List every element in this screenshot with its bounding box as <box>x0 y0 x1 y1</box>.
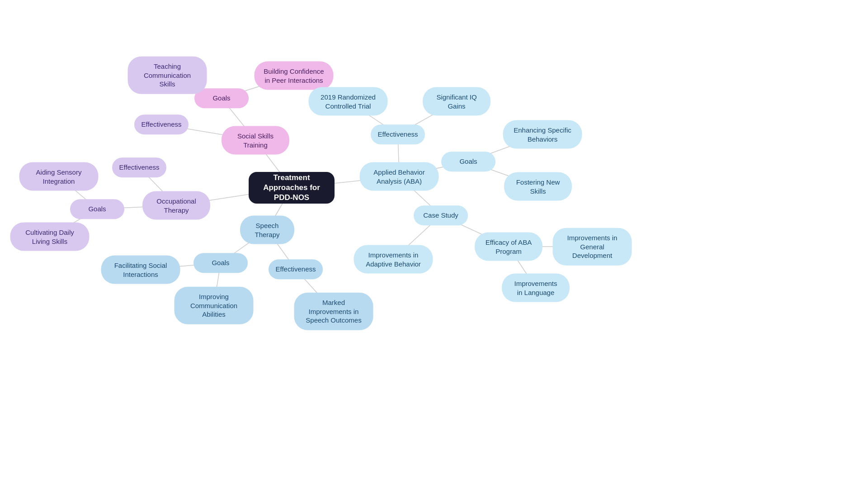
node-improvements-adaptive[interactable]: Improvements in Adaptive Behavior <box>354 245 433 274</box>
node-social-skills[interactable]: Social Skills Training <box>222 126 289 155</box>
node-occ-therapy[interactable]: Occupational Therapy <box>142 191 210 220</box>
node-case-study[interactable]: Case Study <box>414 205 468 225</box>
node-improvements-general[interactable]: Improvements in General Development <box>553 228 632 266</box>
node-goals-speech[interactable]: Goals <box>193 253 248 273</box>
node-effectiveness-occ[interactable]: Effectiveness <box>112 157 166 177</box>
node-goals-aba[interactable]: Goals <box>441 152 495 171</box>
node-building-confidence[interactable]: Building Confidence in Peer Interactions <box>255 62 334 90</box>
node-goals-social[interactable]: Goals <box>194 88 249 108</box>
node-aba[interactable]: Applied Behavior Analysis (ABA) <box>360 162 439 191</box>
node-facilitating-social[interactable]: Facilitating Social Interactions <box>101 256 180 284</box>
node-marked-improvements[interactable]: Marked Improvements in Speech Outcomes <box>294 293 373 330</box>
node-effectiveness-aba[interactable]: Effectiveness <box>371 124 425 144</box>
node-goals-occ[interactable]: Goals <box>70 199 124 219</box>
node-speech-therapy[interactable]: Speech Therapy <box>240 216 294 244</box>
center-node[interactable]: Treatment Approaches for PDD-NOS <box>249 172 335 204</box>
node-rct-2019[interactable]: 2019 Randomized Controlled Trial <box>309 87 388 116</box>
node-fostering-skills[interactable]: Fostering New Skills <box>504 172 572 201</box>
node-teaching-comm[interactable]: Teaching Communication Skills <box>128 57 207 94</box>
node-effectiveness-social[interactable]: Effectiveness <box>134 114 189 134</box>
node-enhancing-specific[interactable]: Enhancing Specific Behaviors <box>503 120 582 149</box>
node-significant-iq[interactable]: Significant IQ Gains <box>423 87 491 116</box>
node-efficacy-aba[interactable]: Efficacy of ABA Program <box>475 233 542 261</box>
node-improving-comm[interactable]: Improving Communication Abilities <box>175 287 254 324</box>
node-cultivating-daily[interactable]: Cultivating Daily Living Skills <box>10 223 90 251</box>
node-effectiveness-speech[interactable]: Effectiveness <box>269 259 323 279</box>
node-aiding-sensory[interactable]: Aiding Sensory Integration <box>19 162 99 191</box>
node-improvements-language[interactable]: Improvements in Language <box>502 274 570 302</box>
